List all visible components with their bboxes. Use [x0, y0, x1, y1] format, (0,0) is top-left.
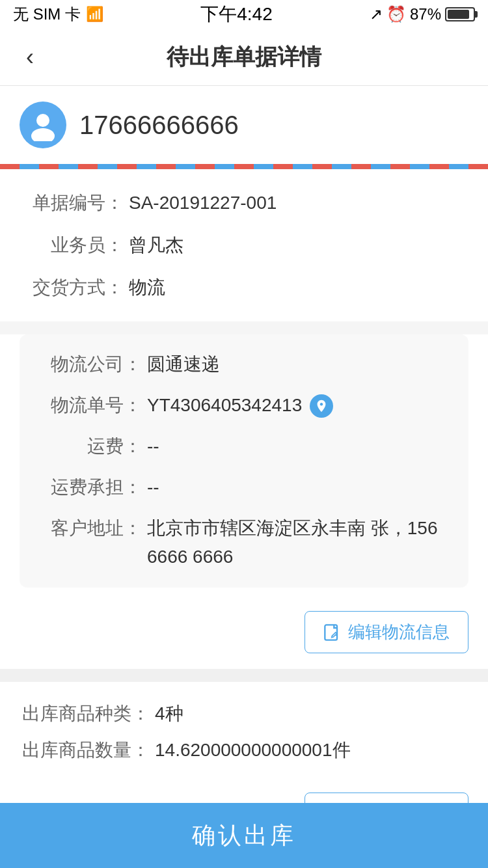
- back-arrow-icon: ‹: [26, 46, 34, 69]
- product-types-value: 4种: [150, 701, 183, 726]
- battery-percent: 87%: [410, 5, 441, 23]
- edit-icon: [323, 623, 342, 642]
- svg-point-1: [31, 128, 55, 141]
- location-pin-icon[interactable]: [310, 394, 333, 418]
- salesman-row: 业务员： 曾凡杰: [20, 231, 468, 260]
- logistics-company-label: 物流公司：: [38, 350, 142, 379]
- document-number-row: 单据编号： SA-20191227-001: [20, 189, 468, 218]
- product-types-row: 出库商品种类： 4种: [20, 701, 468, 726]
- alarm-icon: ⏰: [386, 5, 406, 23]
- address-value: 北京市市辖区海淀区永丰南 张，156 6666 6666: [142, 514, 450, 573]
- status-carrier: 无 SIM 卡 📶: [13, 4, 103, 25]
- logistics-card: 物流公司： 圆通速递 物流单号： YT43064053424​13 运费： --: [20, 334, 468, 588]
- edit-logistics-button[interactable]: 编辑物流信息: [305, 611, 468, 653]
- salesman-label: 业务员：: [20, 231, 124, 260]
- document-number-value: SA-20191227-001: [124, 189, 468, 218]
- carrier-text: 无 SIM 卡: [13, 4, 81, 25]
- freight-value: --: [142, 432, 450, 461]
- status-time: 下午4:42: [200, 2, 273, 27]
- tracking-number-row: 物流单号： YT43064053424​13: [38, 391, 450, 420]
- delivery-method-row: 交货方式： 物流: [20, 273, 468, 303]
- section-separator: [0, 669, 488, 682]
- delivery-method-value: 物流: [124, 273, 468, 303]
- order-info-section: 单据编号： SA-20191227-001 业务员： 曾凡杰 交货方式： 物流: [0, 169, 488, 321]
- confirm-button[interactable]: 确认出库: [0, 803, 488, 868]
- delivery-method-label: 交货方式：: [20, 273, 124, 303]
- product-quantity-row: 出库商品数量： 14.620000000000001件: [20, 738, 468, 763]
- nav-bar: ‹ 待出库单据详情: [0, 29, 488, 86]
- logistics-container: 物流公司： 圆通速递 物流单号： YT43064053424​13 运费： --: [0, 334, 488, 669]
- tracking-number-value: YT43064053424​13: [142, 391, 450, 420]
- product-types-label: 出库商品种类：: [20, 701, 150, 726]
- freight-bearer-row: 运费承担： --: [38, 473, 450, 502]
- logistics-company-row: 物流公司： 圆通速递: [38, 350, 450, 379]
- location-icon: ↗: [370, 5, 383, 23]
- page-title: 待出库单据详情: [167, 42, 321, 72]
- confirm-button-label: 确认出库: [192, 820, 296, 852]
- salesman-value: 曾凡杰: [124, 231, 468, 260]
- edit-logistics-label: 编辑物流信息: [348, 621, 450, 644]
- dashed-divider: [0, 164, 488, 169]
- address-label: 客户地址：: [38, 514, 142, 543]
- address-row: 客户地址： 北京市市辖区海淀区永丰南 张，156 6666 6666: [38, 514, 450, 573]
- svg-point-0: [36, 114, 49, 127]
- status-right: ↗ ⏰ 87%: [370, 5, 475, 23]
- edit-logistics-button-container: 编辑物流信息: [0, 601, 488, 669]
- stats-section: 出库商品种类： 4种 出库商品数量： 14.620000000000001件: [0, 682, 488, 782]
- document-number-label: 单据编号：: [20, 189, 124, 218]
- back-button[interactable]: ‹: [16, 43, 44, 72]
- freight-label: 运费：: [38, 432, 142, 461]
- freight-bearer-label: 运费承担：: [38, 473, 142, 502]
- freight-bearer-value: --: [142, 473, 450, 502]
- product-quantity-label: 出库商品数量：: [20, 738, 150, 763]
- freight-row: 运费： --: [38, 432, 450, 461]
- wifi-icon: 📶: [86, 6, 103, 23]
- battery-icon: [445, 7, 475, 21]
- user-phone: 17666666666: [79, 111, 239, 140]
- logistics-company-value: 圆通速递: [142, 350, 450, 379]
- product-quantity-value: 14.620000000000001件: [150, 738, 351, 763]
- avatar: [20, 102, 66, 148]
- tracking-number-label: 物流单号：: [38, 391, 142, 420]
- user-header: 17666666666: [0, 86, 488, 164]
- main-content: 17666666666 单据编号： SA-20191227-001 业务员： 曾…: [0, 86, 488, 868]
- status-bar: 无 SIM 卡 📶 下午4:42 ↗ ⏰ 87%: [0, 0, 488, 29]
